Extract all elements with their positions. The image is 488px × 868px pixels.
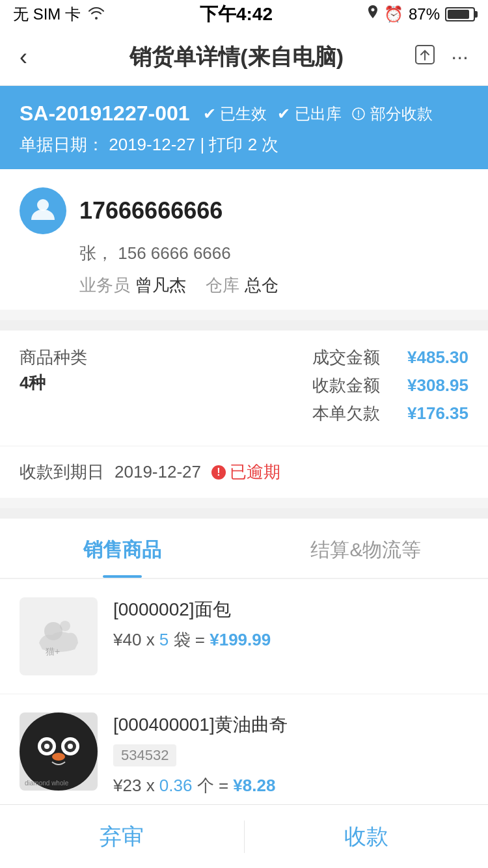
products-list: 猫+ [0000002]面包 ¥40 x 5 袋 = ¥199.99 bbox=[0, 579, 488, 816]
share-icon[interactable] bbox=[414, 44, 435, 70]
stats-right: 成交金额 ¥485.30 收款金额 ¥308.95 本单欠款 ¥176.35 bbox=[312, 346, 468, 430]
divider-1 bbox=[0, 320, 488, 331]
product-info-2: [000400001]黄油曲奇 534532 ¥23 x 0.36 个 = ¥8… bbox=[113, 712, 468, 797]
page-title: 销货单详情(来自电脑) bbox=[59, 42, 414, 72]
status-right: ⏰ 87% bbox=[367, 5, 475, 23]
location-icon bbox=[367, 5, 379, 23]
order-meta: 单据日期： 2019-12-27 | 打印 2 次 bbox=[20, 133, 468, 156]
owed-amount-label: 本单欠款 bbox=[312, 402, 380, 425]
due-date-label: 收款到期日 bbox=[20, 461, 104, 483]
badge-partial-payment: 部分收款 bbox=[352, 103, 433, 124]
trading-amount-label: 成交金额 bbox=[312, 346, 380, 369]
svg-text:猫+: 猫+ bbox=[46, 646, 60, 657]
bottom-bar: 弃审 收款 bbox=[0, 804, 488, 868]
badge-shipped: ✔ 已出库 bbox=[277, 103, 342, 124]
sales-name: 曾凡杰 bbox=[135, 274, 186, 297]
product-type-value: 4种 bbox=[20, 372, 87, 394]
svg-point-6 bbox=[20, 712, 98, 791]
svg-point-2 bbox=[37, 199, 49, 211]
avatar-icon bbox=[29, 194, 57, 228]
badge-effective: ✔ 已生效 bbox=[203, 103, 267, 124]
carrier-text: 无 SIM 卡 bbox=[13, 4, 81, 25]
status-left: 无 SIM 卡 bbox=[13, 4, 105, 25]
svg-point-11 bbox=[44, 744, 49, 749]
overdue-label: 已逾期 bbox=[230, 461, 280, 483]
owed-amount-row: 本单欠款 ¥176.35 bbox=[312, 402, 468, 425]
payment-amount-row: 收款金额 ¥308.95 bbox=[312, 374, 468, 397]
svg-point-12 bbox=[68, 744, 73, 749]
due-date-value: 2019-12-27 bbox=[115, 462, 201, 482]
product-thumb-2: diamond whole bbox=[20, 712, 98, 791]
order-id: SA-20191227-001 bbox=[20, 102, 190, 126]
product-qty-1: 5 bbox=[159, 630, 169, 649]
order-header: SA-20191227-001 ✔ 已生效 ✔ 已出库 部分收款 单据日期： 2… bbox=[0, 86, 488, 169]
trading-amount-value: ¥485.30 bbox=[390, 347, 468, 368]
product-item-2: diamond whole [000400001]黄油曲奇 534532 ¥23… bbox=[0, 694, 488, 816]
cancel-button[interactable]: 弃审 bbox=[0, 805, 244, 868]
svg-text:diamond whole: diamond whole bbox=[25, 780, 69, 787]
stats-left: 商品种类 4种 bbox=[20, 346, 87, 394]
product-thumb-1: 猫+ bbox=[20, 597, 98, 675]
svg-point-4 bbox=[60, 621, 70, 631]
tab-products[interactable]: 销售商品 bbox=[0, 519, 244, 578]
confirm-button[interactable]: 收款 bbox=[245, 805, 489, 868]
alarm-icon: ⏰ bbox=[384, 5, 403, 23]
order-badges: ✔ 已生效 ✔ 已出库 部分收款 bbox=[203, 103, 433, 124]
back-button[interactable]: ‹ bbox=[20, 44, 59, 71]
sales-label: 业务员 bbox=[79, 274, 130, 297]
due-section: 收款到期日 2019-12-27 ! 已逾期 bbox=[0, 446, 488, 498]
warehouse-label: 仓库 bbox=[206, 274, 239, 297]
payment-amount-label: 收款金额 bbox=[312, 374, 380, 397]
product-name-2: [000400001]黄油曲奇 bbox=[113, 712, 468, 737]
product-qty-2: 0.36 bbox=[159, 776, 193, 795]
overdue-icon: ! bbox=[211, 465, 226, 480]
product-type-label: 商品种类 bbox=[20, 346, 87, 369]
battery-text: 87% bbox=[409, 5, 440, 23]
customer-row: 业务员 曾凡杰 仓库 总仓 bbox=[20, 274, 468, 297]
overdue-badge: ! 已逾期 bbox=[211, 461, 280, 483]
nav-bar: ‹ 销货单详情(来自电脑) ··· bbox=[0, 29, 488, 86]
tabs-container: 销售商品 结算&物流等 bbox=[0, 519, 488, 579]
svg-point-13 bbox=[52, 753, 65, 761]
product-price-2: ¥23 x 0.36 个 = ¥8.28 bbox=[113, 774, 468, 797]
product-total-2: ¥8.28 bbox=[233, 776, 275, 795]
product-sku-2: 534532 bbox=[113, 744, 176, 766]
nav-actions: ··· bbox=[414, 44, 468, 70]
stats-section: 商品种类 4种 成交金额 ¥485.30 收款金额 ¥308.95 本单欠款 ¥… bbox=[0, 331, 488, 446]
battery-icon bbox=[445, 7, 475, 21]
wifi-icon bbox=[87, 5, 105, 23]
status-bar: 无 SIM 卡 下午4:42 ⏰ 87% bbox=[0, 0, 488, 29]
more-icon[interactable]: ··· bbox=[451, 45, 468, 69]
customer-info: 张， 156 6666 6666 bbox=[20, 242, 468, 265]
customer-name: 17666666666 bbox=[79, 197, 223, 224]
trading-amount-row: 成交金额 ¥485.30 bbox=[312, 346, 468, 369]
product-item: 猫+ [0000002]面包 ¥40 x 5 袋 = ¥199.99 bbox=[0, 579, 488, 694]
tab-settlement[interactable]: 结算&物流等 bbox=[244, 519, 488, 578]
status-time: 下午4:42 bbox=[200, 2, 273, 27]
avatar bbox=[20, 187, 66, 234]
product-price-1: ¥40 x 5 袋 = ¥199.99 bbox=[113, 629, 468, 651]
customer-card: 17666666666 张， 156 6666 6666 业务员 曾凡杰 仓库 … bbox=[0, 169, 488, 310]
warehouse-name: 总仓 bbox=[245, 274, 278, 297]
owed-amount-value: ¥176.35 bbox=[390, 403, 468, 424]
product-info-1: [0000002]面包 ¥40 x 5 袋 = ¥199.99 bbox=[113, 597, 468, 651]
product-name-1: [0000002]面包 bbox=[113, 597, 468, 622]
product-total-1: ¥199.99 bbox=[210, 630, 271, 649]
divider-2 bbox=[0, 508, 488, 519]
payment-amount-value: ¥308.95 bbox=[390, 375, 468, 396]
